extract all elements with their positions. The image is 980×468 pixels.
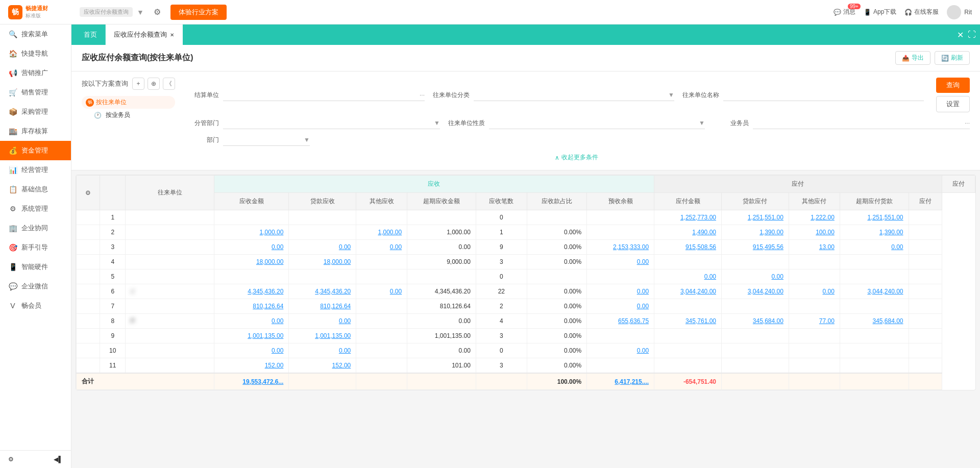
unit-category-input[interactable] <box>474 89 668 101</box>
cell[interactable]: 1,251,551.00 <box>840 210 909 225</box>
row-settings[interactable] <box>77 210 100 225</box>
settlement-input[interactable] <box>223 89 420 101</box>
cell[interactable]: 18,000.00 <box>214 255 288 269</box>
row-settings[interactable] <box>77 240 100 255</box>
cell[interactable]: 0.00 <box>289 343 356 358</box>
cell[interactable]: 1,001,135.00 <box>214 329 288 343</box>
cell[interactable]: 0.00 <box>721 269 789 284</box>
cell[interactable]: 0.00 <box>587 299 654 314</box>
sidebar-item-purchase[interactable]: 📦 采购管理 <box>0 102 71 121</box>
footer-ar-amount[interactable]: 19,553,472.6... <box>214 373 288 390</box>
cell[interactable]: 100.00 <box>789 225 840 240</box>
cell[interactable]: 4,345,436.20 <box>289 284 356 299</box>
cell[interactable]: 3,044,240.00 <box>654 284 722 299</box>
dept-chevron[interactable]: ▼ <box>304 136 310 143</box>
cell[interactable]: 1,490.00 <box>654 225 722 240</box>
sidebar-item-search[interactable]: 🔍 搜索菜单 <box>0 24 71 44</box>
cell[interactable]: 1,251,551.00 <box>721 210 789 225</box>
cell[interactable]: 810,126.64 <box>214 299 288 314</box>
refresh-button[interactable]: 🔄 刷新 <box>935 51 970 65</box>
cell[interactable]: 1,252,773.00 <box>654 210 722 225</box>
collapse-button[interactable]: ∧ 收起更多条件 <box>183 151 970 164</box>
sidebar-item-marketing[interactable]: 📢 营销推广 <box>0 63 71 83</box>
cell[interactable]: 77.00 <box>789 314 840 329</box>
row-settings[interactable] <box>77 329 100 343</box>
cell[interactable]: 1,390.00 <box>721 225 789 240</box>
cell[interactable]: 0.00 <box>789 284 840 299</box>
cell[interactable]: 0.00 <box>214 240 288 255</box>
sidebar-item-hardware[interactable]: 📱 智能硬件 <box>0 257 71 277</box>
row-settings[interactable] <box>77 358 100 374</box>
message-btn[interactable]: 💬 消息 99+ <box>834 8 855 16</box>
cell[interactable]: 0.00 <box>587 284 654 299</box>
cell[interactable]: 152.00 <box>289 358 356 374</box>
cell[interactable]: 4,345,436.20 <box>214 284 288 299</box>
row-settings[interactable] <box>77 343 100 358</box>
footer-prepay[interactable]: 6,417,215.... <box>587 373 654 390</box>
tab-maximize-button[interactable]: ⛶ <box>968 30 976 40</box>
sidebar-item-sales[interactable]: 🛒 销售管理 <box>0 83 71 102</box>
row-settings[interactable] <box>77 225 100 240</box>
sidebar-item-inventory[interactable]: 🏬 库存核算 <box>0 121 71 141</box>
row-settings[interactable] <box>77 299 100 314</box>
cell[interactable]: 0.00 <box>587 343 654 358</box>
cell[interactable]: 810,126.64 <box>289 299 356 314</box>
cell[interactable]: 655,636.75 <box>587 314 654 329</box>
sidebar-item-wechat[interactable]: 💬 企业微信 <box>0 277 71 296</box>
cell[interactable]: 3,044,240.00 <box>721 284 789 299</box>
scheme-option-unit[interactable]: 畅 按往来单位 <box>82 96 175 109</box>
cell[interactable]: 915,508.56 <box>654 240 722 255</box>
unit-nature-input[interactable] <box>489 117 699 129</box>
cell[interactable]: 0.00 <box>840 240 909 255</box>
row-settings[interactable] <box>77 284 100 299</box>
cell[interactable]: 152.00 <box>214 358 288 374</box>
table-wrapper[interactable]: ⚙ 往来单位 应收 应付 应付 应收金额 贷款应收 其他应收 <box>76 175 975 390</box>
sidebar-item-base[interactable]: 📋 基础信息 <box>0 180 71 199</box>
cell[interactable]: 345,761.00 <box>654 314 722 329</box>
sidebar-item-operation[interactable]: 📊 经营管理 <box>0 160 71 180</box>
scheme-collapse-button[interactable]: 《 <box>163 78 175 90</box>
row-settings[interactable] <box>77 255 100 269</box>
cell[interactable]: 2,153,333.00 <box>587 240 654 255</box>
cell[interactable]: 0.00 <box>654 269 722 284</box>
row-settings[interactable] <box>77 269 100 284</box>
export-button[interactable]: 📤 导出 <box>895 51 930 65</box>
cell[interactable]: 915,495.56 <box>721 240 789 255</box>
sidebar-item-finance[interactable]: 💰 资金管理 <box>0 141 71 160</box>
cell[interactable]: 1,000.00 <box>214 225 288 240</box>
service-btn[interactable]: 🎧 在线客服 <box>904 8 939 16</box>
dept-manage-input[interactable] <box>223 117 434 129</box>
th-settings[interactable]: ⚙ <box>77 176 100 210</box>
row-settings[interactable] <box>77 314 100 329</box>
cell[interactable]: 13.00 <box>789 240 840 255</box>
tab-close-icon[interactable]: ✕ <box>170 32 174 38</box>
cell[interactable]: 1,222.00 <box>789 210 840 225</box>
cell[interactable]: 1,390.00 <box>840 225 909 240</box>
tab-close-window-button[interactable]: ✕ <box>957 30 964 40</box>
cell[interactable]: 0.00 <box>587 255 654 269</box>
salesperson-input[interactable] <box>753 117 965 129</box>
collapse-icon[interactable]: ◀▌ <box>54 456 63 463</box>
sidebar-item-system[interactable]: ⚙ 系统管理 <box>0 199 71 218</box>
scheme-option-staff[interactable]: 🕐 按业务员 <box>82 109 175 121</box>
cell[interactable]: 0.00 <box>356 240 407 255</box>
sidebar-item-member[interactable]: V 畅会员 <box>0 296 71 315</box>
cell[interactable]: 0.00 <box>289 240 356 255</box>
filter-settings-button[interactable]: 设置 <box>936 96 970 112</box>
user-area[interactable]: Rit <box>947 5 972 19</box>
salesperson-dots-icon[interactable]: ··· <box>965 119 970 127</box>
cell[interactable]: 18,000.00 <box>289 255 356 269</box>
cell[interactable]: 0.00 <box>356 284 407 299</box>
scheme-edit-button[interactable]: ⊕ <box>148 78 160 90</box>
cell[interactable]: 1,001,135.00 <box>289 329 356 343</box>
query-button[interactable]: 查询 <box>936 78 970 93</box>
unit-nature-chevron[interactable]: ▼ <box>699 119 705 127</box>
scheme-add-button[interactable]: + <box>132 78 144 90</box>
dept-manage-chevron[interactable]: ▼ <box>434 119 440 127</box>
cell[interactable]: 3,044,240.00 <box>840 284 909 299</box>
cell[interactable]: 345,684.00 <box>721 314 789 329</box>
cell[interactable]: 345,684.00 <box>840 314 909 329</box>
unit-category-chevron[interactable]: ▼ <box>668 91 674 98</box>
sidebar-item-guide[interactable]: 🎯 新手引导 <box>0 238 71 257</box>
unit-name-input[interactable] <box>723 89 924 101</box>
